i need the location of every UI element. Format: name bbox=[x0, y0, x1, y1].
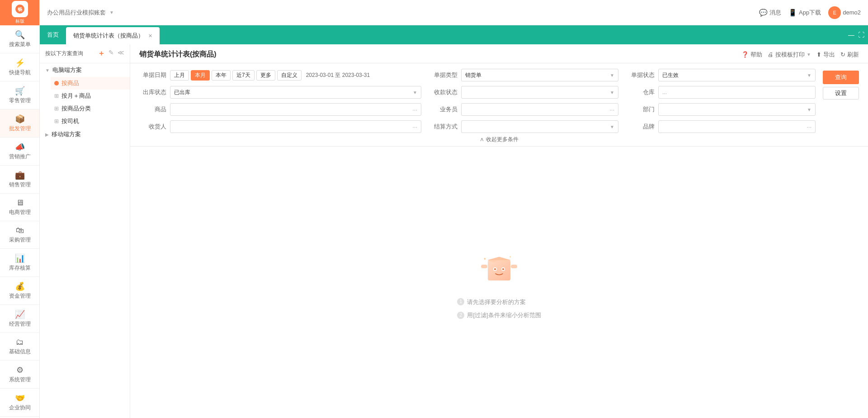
out-select[interactable]: 已出库 ▼ bbox=[170, 86, 421, 99]
goods-dots[interactable]: ··· bbox=[412, 106, 417, 113]
date-btn-custom[interactable]: 自定义 bbox=[277, 70, 302, 81]
receiver-label: 收货人 bbox=[139, 123, 166, 131]
main-area: 办公用品行业模拟账套 ▼ 💬 消息 📱 App下载 E demo2 首页 销货单… bbox=[40, 0, 868, 418]
filter-warehouse: 仓库 ... bbox=[627, 86, 816, 99]
tree-node-by-month-goods[interactable]: ⊞ 按月＋商品 bbox=[51, 90, 130, 102]
collapse-bar[interactable]: ∧ 收起更多条件 bbox=[130, 133, 868, 147]
sidebar-item-operation[interactable]: 📈 经营管理 bbox=[0, 305, 39, 333]
template-print-button[interactable]: 🖨 按模板打印 ▼ bbox=[768, 51, 811, 59]
receiver-dots[interactable]: ··· bbox=[412, 124, 417, 130]
receiver-select[interactable]: ··· bbox=[170, 120, 421, 133]
brand-dots[interactable]: ··· bbox=[807, 124, 811, 130]
sidebar-item-ecom[interactable]: 🖥 电商管理 bbox=[0, 194, 39, 221]
sidebar-item-quick[interactable]: ⚡ 快捷导航 bbox=[0, 53, 39, 81]
sidebar-item-system-label: 系统管理 bbox=[9, 376, 31, 383]
tree-node-by-category[interactable]: ⊞ 按商品分类 bbox=[51, 102, 130, 115]
print-icon: 🖨 bbox=[768, 51, 774, 58]
grid-icon-2: ⊞ bbox=[54, 105, 59, 112]
export-button[interactable]: ⬆ 导出 bbox=[816, 51, 835, 59]
minimize-icon[interactable]: — bbox=[848, 31, 854, 38]
sidebar-item-ecom-label: 电商管理 bbox=[9, 209, 31, 215]
tree-node-by-cashier[interactable]: ⊞ 按司机 bbox=[51, 115, 130, 128]
collapse-panel-icon[interactable]: ≪ bbox=[118, 49, 124, 58]
add-scheme-icon[interactable]: ＋ bbox=[98, 49, 105, 58]
date-btn-7days[interactable]: 近7天 bbox=[232, 70, 255, 81]
svg-text:畅: 畅 bbox=[18, 7, 22, 12]
collapse-label: ∧ 收起更多条件 bbox=[480, 136, 518, 142]
payment-select[interactable]: ▼ bbox=[461, 120, 618, 133]
dropdown-arrow[interactable]: ▼ bbox=[109, 10, 114, 15]
settings-button[interactable]: 设置 bbox=[823, 87, 859, 100]
dept-select[interactable]: ▼ bbox=[658, 103, 816, 116]
sidebar-item-purchase[interactable]: 🛍 采购管理 bbox=[0, 221, 39, 249]
page-actions: ❓ 帮助 🖨 按模板打印 ▼ ⬆ 导出 ↻ 刷新 bbox=[741, 51, 859, 59]
refresh-button[interactable]: ↻ 刷新 bbox=[840, 51, 859, 59]
message-button[interactable]: 💬 消息 bbox=[759, 9, 781, 17]
right-panel: 销货单统计计表(按商品) ❓ 帮助 🖨 按模板打印 ▼ ⬆ 导出 bbox=[130, 44, 868, 418]
collab-icon: 🤝 bbox=[2, 393, 38, 403]
tree-node-mobile[interactable]: ▶ 移动端方案 bbox=[40, 128, 130, 141]
date-btn-this-year[interactable]: 本年 bbox=[212, 70, 231, 81]
tree-node-by-goods[interactable]: 按商品 bbox=[51, 77, 130, 90]
empty-state: ✦ ✦ 1 请先选择要分析的方案 2 用[过滤]条件来缩小分析范围 bbox=[130, 147, 868, 418]
empty-tip-row-2: 2 用[过滤]条件来缩小分析范围 bbox=[457, 310, 541, 320]
tree-node-pc[interactable]: ▼ 电脑端方案 bbox=[40, 63, 130, 77]
date-btn-this-month[interactable]: 本月 bbox=[191, 70, 210, 81]
staff-dots[interactable]: ··· bbox=[609, 106, 614, 113]
type-select[interactable]: 销货单 ▼ bbox=[461, 69, 618, 81]
dept-label: 部门 bbox=[627, 105, 655, 114]
brand-select[interactable]: ··· bbox=[658, 120, 816, 133]
download-label: App下载 bbox=[799, 9, 821, 17]
pay-select[interactable]: ▼ bbox=[461, 86, 618, 99]
sidebar-item-wholesale[interactable]: 📦 批发管理 bbox=[0, 109, 39, 138]
avatar: E bbox=[828, 6, 841, 19]
status-select[interactable]: 已生效 ▼ bbox=[658, 69, 816, 81]
help-button[interactable]: ❓ 帮助 bbox=[741, 51, 762, 59]
tab-bar: 首页 销货单统计计表（按商品） ✕ — ⛶ bbox=[40, 25, 868, 44]
header-left: 办公用品行业模拟账套 ▼ bbox=[47, 9, 114, 17]
sidebar-item-sales[interactable]: 💼 销售管理 bbox=[0, 166, 39, 194]
tip-num-1: 1 bbox=[457, 298, 464, 305]
filter-row-3: 商品 ··· 业务员 ··· bbox=[139, 103, 816, 116]
refresh-icon: ↻ bbox=[840, 51, 845, 58]
staff-select[interactable]: ··· bbox=[461, 103, 618, 116]
filter-payment: 结算方式 ▼ bbox=[430, 120, 618, 133]
tab-home[interactable]: 首页 bbox=[40, 25, 66, 44]
tab-current[interactable]: 销货单统计计表（按商品） ✕ bbox=[66, 27, 160, 44]
print-arrow: ▼ bbox=[807, 52, 811, 57]
date-btn-last-month[interactable]: 上月 bbox=[170, 70, 189, 81]
sidebar-item-finance[interactable]: 💰 资金管理 bbox=[0, 277, 39, 305]
sidebar-item-search[interactable]: 🔍 搜索菜单 bbox=[0, 25, 39, 53]
tip-num-2: 2 bbox=[457, 312, 464, 319]
operation-icon: 📈 bbox=[2, 309, 38, 319]
svg-rect-7 bbox=[481, 265, 487, 268]
goods-label: 商品 bbox=[139, 105, 166, 114]
goods-select[interactable]: ··· bbox=[170, 103, 421, 116]
app-download-button[interactable]: 📱 App下载 bbox=[788, 9, 821, 17]
edit-scheme-icon[interactable]: ✎ bbox=[108, 49, 114, 58]
left-panel: 按以下方案查询 ＋ ✎ ≪ ▼ 电脑端方案 按商品 ⊞ 按月＋商 bbox=[40, 44, 130, 418]
marketing-icon: 📣 bbox=[2, 142, 38, 152]
warehouse-select[interactable]: ... bbox=[658, 86, 816, 99]
maximize-icon[interactable]: ⛶ bbox=[858, 31, 864, 38]
filter-status: 单据状态 已生效 ▼ bbox=[627, 69, 816, 81]
sidebar-item-system[interactable]: ⚙ 系统管理 bbox=[0, 361, 39, 389]
date-btn-more[interactable]: 更多 bbox=[256, 70, 275, 81]
sidebar-item-collab[interactable]: 🤝 企业协同 bbox=[0, 389, 39, 417]
warehouse-label: 仓库 bbox=[627, 88, 655, 96]
sidebar-item-marketing[interactable]: 📣 营销推广 bbox=[0, 138, 39, 166]
sidebar-item-retail[interactable]: 🛒 零售管理 bbox=[0, 81, 39, 109]
content: 按以下方案查询 ＋ ✎ ≪ ▼ 电脑端方案 按商品 ⊞ 按月＋商 bbox=[40, 44, 868, 418]
dept-arrow: ▼ bbox=[807, 107, 811, 112]
sidebar-item-basic[interactable]: 🗂 基础信息 bbox=[0, 333, 39, 361]
out-arrow: ▼ bbox=[413, 90, 417, 95]
tree-children-pc: 按商品 ⊞ 按月＋商品 ⊞ 按商品分类 ⊞ 按司机 bbox=[40, 77, 130, 128]
system-icon: ⚙ bbox=[2, 365, 38, 375]
user-profile[interactable]: E demo2 bbox=[828, 6, 861, 19]
sidebar-item-quick-label: 快捷导航 bbox=[9, 69, 31, 76]
sidebar-item-inventory[interactable]: 📊 库存核算 bbox=[0, 249, 39, 277]
query-button[interactable]: 查询 bbox=[823, 71, 859, 84]
tab-close-icon[interactable]: ✕ bbox=[148, 33, 152, 39]
basic-icon: 🗂 bbox=[2, 337, 38, 347]
inventory-icon: 📊 bbox=[2, 253, 38, 263]
